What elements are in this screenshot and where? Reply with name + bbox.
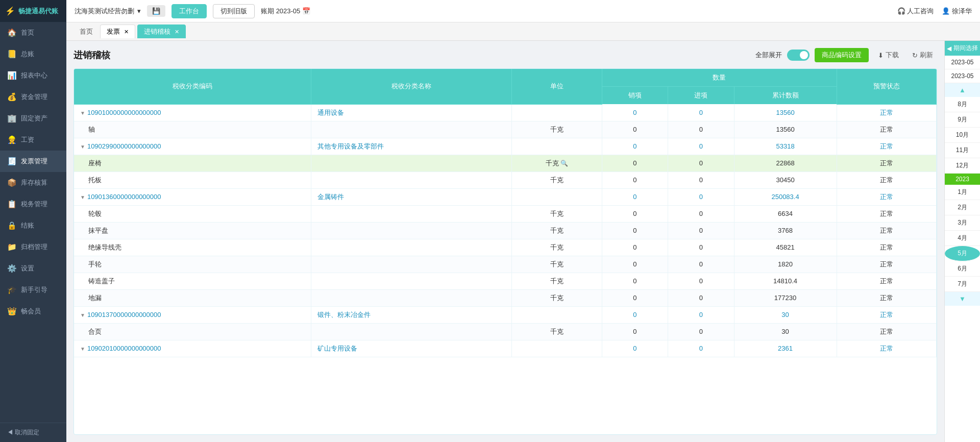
row-code: ▼10902990000000000000	[74, 138, 311, 155]
month-1[interactable]: 1月	[945, 185, 980, 200]
data-table: 税收分类编码 税收分类名称 单位 数量 预警状态 销项 进项 累计数额	[74, 69, 937, 357]
month-5[interactable]: 5月	[945, 246, 980, 261]
period-selector-header[interactable]: ◀期间选择	[945, 41, 980, 56]
month-10[interactable]: 10月	[945, 128, 980, 143]
col-header-sales: 销项	[602, 87, 668, 105]
col-header-purchase: 进项	[668, 87, 734, 105]
row-purchase: 0	[668, 205, 734, 222]
top-month-1[interactable]: 2023-05	[945, 56, 980, 69]
row-name: 抹平盘	[74, 222, 311, 239]
main-panel: 进销稽核 全部展开 商品编码设置 ⬇ 下载 ↻ 刷新 税收分类编码 税收分类名称	[66, 41, 944, 442]
sidebar-item-9[interactable]: 🔒结账	[0, 215, 66, 236]
row-name: 轮毂	[74, 205, 311, 222]
row-sales: 0	[602, 289, 668, 306]
row-total: 22868	[734, 155, 837, 171]
sidebar-item-10[interactable]: 📁归档管理	[0, 236, 66, 258]
sidebar-icon-1: 📒	[7, 50, 17, 59]
page-title: 进销稽核	[74, 49, 110, 61]
refresh-btn[interactable]: ↻ 刷新	[908, 48, 937, 62]
unpin-sidebar[interactable]: ◀ 取消固定	[0, 423, 66, 442]
workspace-button[interactable]: 工作台	[172, 4, 207, 18]
sidebar-label-11: 设置	[21, 264, 34, 273]
tabbar: 首页 发票 ✕ 进销稽核 ✕	[66, 22, 980, 41]
sidebar-item-11[interactable]: ⚙️设置	[0, 258, 66, 279]
help-button[interactable]: 🎧 人工咨询	[897, 7, 934, 16]
tab-reconcile-label: 进销稽核	[144, 27, 170, 36]
sidebar-item-4[interactable]: 🏢固定资产	[0, 108, 66, 129]
sidebar-label-5: 工资	[21, 135, 34, 144]
sidebar-item-12[interactable]: 🎓新手引导	[0, 279, 66, 301]
sidebar-label-6: 发票管理	[21, 157, 47, 166]
save-button[interactable]: 💾	[147, 5, 165, 17]
tab-invoice[interactable]: 发票 ✕	[100, 24, 135, 38]
col-header-total: 累计数额	[734, 87, 837, 105]
row-status: 正常	[837, 239, 936, 256]
sidebar-item-3[interactable]: 💰资金管理	[0, 86, 66, 108]
sidebar-item-1[interactable]: 📒总账	[0, 43, 66, 65]
month-2[interactable]: 2月	[945, 200, 980, 215]
month-4[interactable]: 4月	[945, 231, 980, 246]
sidebar-item-6[interactable]: 🧾发票管理	[0, 151, 66, 172]
row-sales: 0	[602, 222, 668, 239]
data-table-container: 税收分类编码 税收分类名称 单位 数量 预警状态 销项 进项 累计数额	[74, 68, 937, 435]
month-6[interactable]: 6月	[945, 261, 980, 277]
expand-toggle[interactable]	[787, 50, 810, 61]
sidebar-item-7[interactable]: 📦库存核算	[0, 172, 66, 193]
right-panel: ◀期间选择 2023-05 2023-05 ▲ 8月 9月 10月 11月 12…	[944, 41, 980, 442]
month-3[interactable]: 3月	[945, 215, 980, 231]
row-status: 正常	[837, 273, 936, 289]
row-purchase: 0	[668, 138, 734, 155]
row-total: 2361	[734, 340, 837, 357]
row-sales: 0	[602, 155, 668, 171]
switch-version-button[interactable]: 切到旧版	[213, 4, 255, 18]
search-icon[interactable]: 🔍	[560, 160, 568, 167]
row-desc	[311, 273, 511, 289]
dropdown-icon: ▾	[137, 7, 141, 15]
row-unit: 千克 🔍	[512, 155, 602, 171]
row-unit	[512, 138, 602, 155]
row-name: 铸造盖子	[74, 273, 311, 289]
row-sales: 0	[602, 323, 668, 340]
row-code: ▼10901360000000000000	[74, 188, 311, 205]
sidebar-item-2[interactable]: 📊报表中心	[0, 65, 66, 86]
row-status: 正常	[837, 138, 936, 155]
sidebar-item-8[interactable]: 📋税务管理	[0, 193, 66, 215]
month-12[interactable]: 12月	[945, 158, 980, 174]
row-purchase: 0	[668, 188, 734, 205]
sidebar: ⚡ 畅捷通易代账 🏠首页📒总账📊报表中心💰资金管理🏢固定资产👷工资🧾发票管理📦库…	[0, 0, 66, 442]
scroll-down-arrow[interactable]: ▼	[945, 292, 980, 306]
row-total: 1820	[734, 256, 837, 273]
tab-invoice-close[interactable]: ✕	[124, 29, 129, 35]
topbar: 沈海英测试经营勿删 ▾ 💾 工作台 切到旧版 账期 2023-05 📅 🎧 人工…	[66, 0, 980, 22]
sidebar-item-13[interactable]: 👑畅会员	[0, 301, 66, 322]
year-2023[interactable]: 2023	[945, 174, 980, 185]
company-selector[interactable]: 沈海英测试经营勿删 ▾	[75, 7, 141, 16]
product-code-btn[interactable]: 商品编码设置	[815, 48, 869, 62]
sidebar-item-5[interactable]: 👷工资	[0, 129, 66, 151]
row-name: 托板	[74, 171, 311, 188]
row-sales: 0	[602, 256, 668, 273]
month-11[interactable]: 11月	[945, 143, 980, 158]
row-purchase: 0	[668, 340, 734, 357]
row-purchase: 0	[668, 256, 734, 273]
sidebar-item-0[interactable]: 🏠首页	[0, 22, 66, 43]
download-btn[interactable]: ⬇ 下载	[874, 48, 903, 62]
tab-reconcile[interactable]: 进销稽核 ✕	[137, 24, 186, 38]
row-sales: 0	[602, 188, 668, 205]
row-status: 正常	[837, 222, 936, 239]
tab-invoice-label: 发票	[107, 27, 120, 36]
row-name: 座椅	[74, 155, 311, 171]
row-sales: 0	[602, 121, 668, 138]
row-unit	[512, 104, 602, 121]
month-9[interactable]: 9月	[945, 112, 980, 128]
unpin-label: ◀ 取消固定	[7, 428, 39, 437]
row-purchase: 0	[668, 121, 734, 138]
month-8[interactable]: 8月	[945, 97, 980, 112]
tab-reconcile-close[interactable]: ✕	[175, 29, 179, 35]
month-7-bottom[interactable]: 7月	[945, 277, 980, 292]
row-purchase: 0	[668, 239, 734, 256]
scroll-up-arrow[interactable]: ▲	[945, 83, 980, 97]
tab-home[interactable]: 首页	[75, 27, 98, 36]
top-month-2[interactable]: 2023-05	[945, 69, 980, 83]
table-row: ▼10901360000000000000 金属铸件 0 0 250083.4 …	[74, 188, 937, 205]
